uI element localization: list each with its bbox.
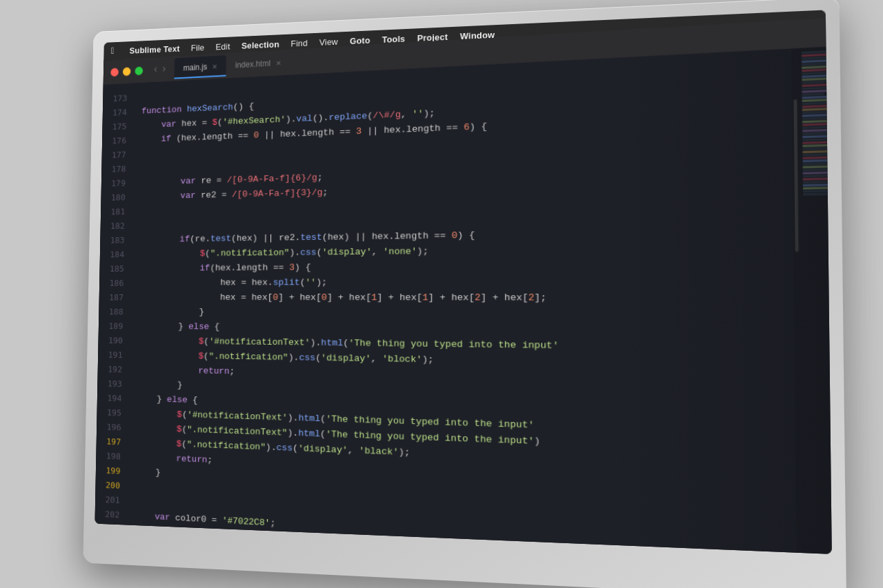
code-content-area[interactable]: function hexSearch() { var hex = $('#hex… (127, 48, 804, 554)
menu-goto[interactable]: Goto (350, 34, 370, 45)
screen-bezel:  Sublime Text File Edit Selection Find … (95, 10, 831, 554)
sublime-window: ‹ › main.js ✕ index.html ✕ (95, 15, 831, 554)
code-minimap (798, 44, 832, 554)
forward-arrow-icon[interactable]: › (161, 63, 167, 74)
code-editor: 173 174 175 176 177 178 179 180 181 182 … (95, 44, 831, 554)
nav-arrows: ‹ › (152, 63, 167, 75)
minimap-lines (798, 44, 832, 199)
menu-edit[interactable]: Edit (215, 41, 230, 51)
menu-view[interactable]: View (319, 36, 338, 47)
minimize-button[interactable] (123, 67, 131, 76)
menu-app-name[interactable]: Sublime Text (129, 43, 179, 54)
menu-selection[interactable]: Selection (241, 39, 279, 50)
maximize-button[interactable] (135, 66, 143, 75)
tab-index-html-close[interactable]: ✕ (276, 59, 281, 66)
menu-find[interactable]: Find (291, 37, 308, 48)
back-arrow-icon[interactable]: ‹ (152, 63, 159, 75)
menu-file[interactable]: File (191, 42, 205, 52)
apple-logo-icon:  (111, 45, 117, 56)
laptop-frame:  Sublime Text File Edit Selection Find … (83, 0, 846, 588)
close-button[interactable] (110, 68, 119, 77)
tab-main-js-label: main.js (183, 62, 208, 72)
tab-index-html-label: index.html (235, 59, 270, 70)
traffic-lights (110, 66, 143, 77)
tab-main-js-close[interactable]: ✕ (212, 62, 218, 70)
tab-index-html[interactable]: index.html ✕ (226, 51, 290, 76)
syntax-highlighted-code: function hexSearch() { var hex = $('#hex… (132, 57, 803, 554)
tab-main-js[interactable]: main.js ✕ (175, 55, 226, 79)
scrollbar-thumb[interactable] (794, 99, 799, 252)
